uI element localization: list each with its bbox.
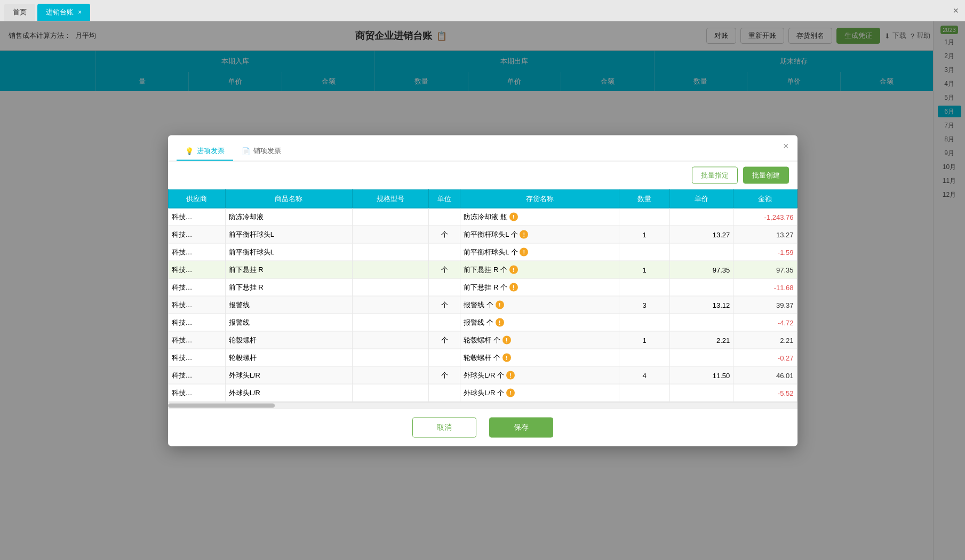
scroll-thumb[interactable] — [168, 404, 275, 408]
cell-supplier: 科技… — [168, 278, 225, 296]
batch-designate-button[interactable]: 批量指定 — [692, 167, 738, 184]
modal-close-btn[interactable]: × — [783, 141, 789, 152]
table-row: 科技… 前下悬挂 R 个 前下悬挂 R 个 ! 1 97.35 97.35 — [168, 261, 797, 278]
cell-inventory-name: 前平衡杆球头L 个 ! — [460, 226, 619, 243]
cell-product-name: 前下悬挂 R — [225, 278, 352, 296]
th-inventory-name: 存货名称 — [460, 189, 619, 208]
cell-quantity — [619, 278, 670, 296]
cell-amount: 46.01 — [733, 366, 797, 384]
warning-icon[interactable]: ! — [506, 389, 515, 397]
app-container: 首页 进销台账 × × 销售成本计算方法： 月平均 商贸企业进销台账 📋 对账 … — [0, 0, 965, 560]
th-product-name: 商品名称 — [225, 189, 352, 208]
cell-product-name: 报警线 — [225, 314, 352, 331]
table-row: 科技… 前平衡杆球头L 前平衡杆球头L 个 ! -1.59 — [168, 243, 797, 261]
warning-icon[interactable]: ! — [509, 213, 518, 221]
tab-sales-invoice[interactable]: 📄 销项发票 — [233, 142, 290, 161]
cell-amount: -11.68 — [733, 278, 797, 296]
warning-icon[interactable]: ! — [503, 354, 511, 362]
cell-product-name: 前平衡杆球头L — [225, 243, 352, 261]
tab-ledger-label: 进销台账 — [46, 7, 74, 17]
cell-inventory-name: 轮毂螺杆 个 ! — [460, 349, 619, 366]
cell-amount: -5.52 — [733, 384, 797, 402]
cell-spec — [352, 226, 428, 243]
cell-amount: -0.27 — [733, 349, 797, 366]
cell-supplier: 科技… — [168, 349, 225, 366]
cell-spec — [352, 243, 428, 261]
cell-quantity: 4 — [619, 366, 670, 384]
th-quantity: 数量 — [619, 189, 670, 208]
cell-supplier: 科技… — [168, 384, 225, 402]
cell-unit — [428, 208, 460, 226]
cell-inventory-name: 前下悬挂 R 个 ! — [460, 278, 619, 296]
cell-product-name: 轮毂螺杆 — [225, 331, 352, 349]
th-supplier: 供应商 — [168, 189, 225, 208]
cell-inventory-name: 前平衡杆球头L 个 ! — [460, 243, 619, 261]
cell-supplier: 科技… — [168, 366, 225, 384]
cell-supplier: 科技… — [168, 226, 225, 243]
table-row: 科技… 报警线 个 报警线 个 ! 3 13.12 39.37 — [168, 296, 797, 314]
cell-inventory-name: 前下悬挂 R 个 ! — [460, 261, 619, 278]
warning-icon[interactable]: ! — [520, 248, 528, 257]
cell-inventory-name: 报警线 个 ! — [460, 314, 619, 331]
cell-unit-price: 11.50 — [670, 366, 733, 384]
tab-purchase-invoice[interactable]: 💡 进项发票 — [177, 142, 233, 161]
batch-create-button[interactable]: 批量创建 — [743, 167, 789, 184]
cell-product-name: 前下悬挂 R — [225, 261, 352, 278]
cell-quantity — [619, 384, 670, 402]
cell-quantity: 1 — [619, 331, 670, 349]
modal-toolbar: 批量指定 批量创建 — [168, 162, 797, 189]
cell-quantity — [619, 243, 670, 261]
cell-unit-price — [670, 349, 733, 366]
cell-spec — [352, 331, 428, 349]
warning-icon[interactable]: ! — [509, 266, 518, 274]
app-close-btn[interactable]: × — [953, 5, 959, 16]
cell-amount: 2.21 — [733, 331, 797, 349]
purchase-tab-icon: 💡 — [185, 147, 194, 155]
cell-unit-price — [670, 384, 733, 402]
cell-spec — [352, 314, 428, 331]
cell-amount: -1,243.76 — [733, 208, 797, 226]
warning-icon[interactable]: ! — [506, 371, 515, 380]
th-amount: 金额 — [733, 189, 797, 208]
cell-spec — [352, 208, 428, 226]
table-row: 科技… 外球头L/R 个 外球头L/R 个 ! 4 11.50 46.01 — [168, 366, 797, 384]
cell-unit — [428, 314, 460, 331]
tab-ledger[interactable]: 进销台账 × — [37, 4, 90, 21]
cell-inventory-name: 外球头L/R 个 ! — [460, 366, 619, 384]
cell-product-name: 防冻冷却液 — [225, 208, 352, 226]
sales-tab-label: 销项发票 — [253, 146, 281, 156]
tab-ledger-close[interactable]: × — [78, 9, 82, 16]
cell-inventory-name: 报警线 个 ! — [460, 296, 619, 314]
warning-icon[interactable]: ! — [509, 283, 518, 292]
cell-unit: 个 — [428, 296, 460, 314]
main-content: 销售成本计算方法： 月平均 商贸企业进销台账 📋 对账 重新开账 存货别名 生成… — [0, 21, 965, 560]
cell-amount: 13.27 — [733, 226, 797, 243]
purchase-tab-label: 进项发票 — [197, 146, 225, 156]
cell-supplier: 科技… — [168, 261, 225, 278]
modal-footer: 取消 保存 — [168, 409, 797, 446]
cell-unit: 个 — [428, 366, 460, 384]
cell-product-name: 轮毂螺杆 — [225, 349, 352, 366]
cell-amount: 97.35 — [733, 261, 797, 278]
cell-inventory-name: 轮毂螺杆 个 ! — [460, 331, 619, 349]
cell-spec — [352, 384, 428, 402]
table-row: 科技… 外球头L/R 外球头L/R 个 ! -5.52 — [168, 384, 797, 402]
save-button[interactable]: 保存 — [489, 418, 553, 438]
cell-inventory-name: 防冻冷却液 瓶 ! — [460, 208, 619, 226]
warning-icon[interactable]: ! — [496, 301, 504, 309]
horizontal-scrollbar[interactable] — [168, 402, 797, 409]
cell-quantity: 1 — [619, 226, 670, 243]
tab-home[interactable]: 首页 — [4, 4, 35, 21]
cell-amount: -4.72 — [733, 314, 797, 331]
cell-supplier: 科技… — [168, 314, 225, 331]
cancel-button[interactable]: 取消 — [412, 418, 476, 438]
cell-product-name: 外球头L/R — [225, 366, 352, 384]
warning-icon[interactable]: ! — [520, 230, 528, 239]
warning-icon[interactable]: ! — [496, 318, 504, 327]
cell-unit — [428, 243, 460, 261]
cell-product-name: 外球头L/R — [225, 384, 352, 402]
warning-icon[interactable]: ! — [503, 336, 511, 345]
table-row: 科技… 轮毂螺杆 个 轮毂螺杆 个 ! 1 2.21 2.21 — [168, 331, 797, 349]
cell-spec — [352, 278, 428, 296]
cell-spec — [352, 366, 428, 384]
